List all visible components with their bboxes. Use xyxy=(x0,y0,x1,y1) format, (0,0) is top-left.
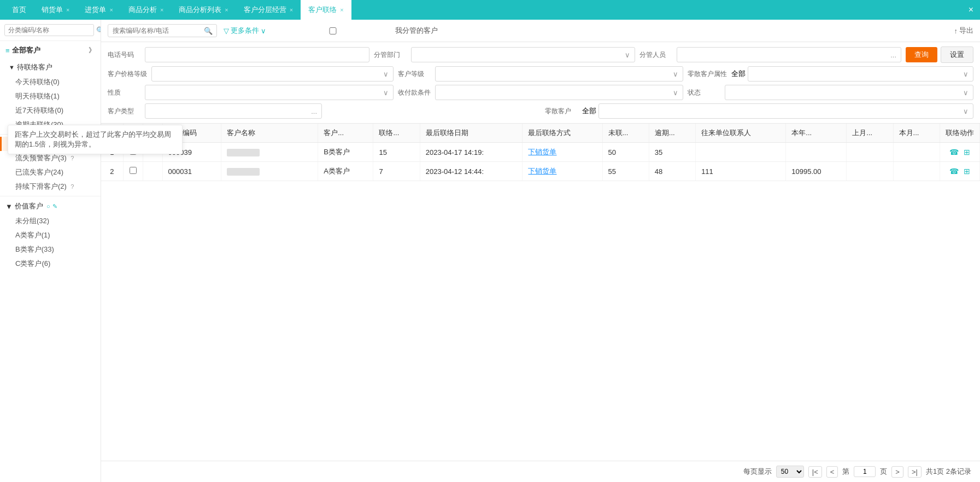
more-action-icon[interactable]: ⊞ xyxy=(964,167,970,176)
sidebar-item-today[interactable]: 今天待联络(0) xyxy=(0,75,101,89)
prev-page-button[interactable]: < xyxy=(826,466,838,478)
cell-last-contact-method[interactable]: 下销货单 xyxy=(523,143,602,162)
sidebar-item-a-class[interactable]: A类客户(1) xyxy=(0,228,101,242)
first-page-button[interactable]: |< xyxy=(808,466,822,478)
filter-customer-grade: 客户等级 ∨ xyxy=(398,66,684,82)
add-group-icon[interactable]: ○ xyxy=(46,203,50,210)
status-select[interactable]: ∨ xyxy=(725,85,973,100)
close-icon[interactable]: × xyxy=(340,7,343,13)
contact-method-link[interactable]: 下销货单 xyxy=(528,148,556,156)
col-header-actions: 联络动作 xyxy=(940,124,980,143)
action-buttons: 查询 设置 xyxy=(906,47,973,63)
manager-select[interactable]: ... xyxy=(677,47,901,62)
payment-select[interactable]: ∨ xyxy=(435,85,684,100)
table-footer: 每页显示 50 100 200 |< < 第 页 > >| 共1页 2条记录 xyxy=(101,461,980,482)
close-icon[interactable]: × xyxy=(160,7,163,13)
filter-icon: ▽ xyxy=(224,27,229,35)
search-input[interactable] xyxy=(108,24,217,37)
cell-last-contact-date: 2023-04-17 14:19: xyxy=(420,143,523,162)
cell-unread: 55 xyxy=(602,162,649,181)
col-header-contact[interactable]: 联络... xyxy=(373,124,420,143)
sidebar-pending-group-title[interactable]: ▼ 待联络客户 xyxy=(0,60,101,75)
chevron-down-icon: ... xyxy=(311,107,317,115)
nav-sales-order[interactable]: 销货单 × xyxy=(34,0,77,20)
chevron-down-icon: ∨ xyxy=(625,51,630,59)
sidebar-item-churned[interactable]: 已流失客户(24) xyxy=(0,165,101,179)
cell-name xyxy=(221,162,318,181)
nav-purchase-order[interactable]: 进货单 × xyxy=(77,0,120,20)
sidebar-all-customers[interactable]: ≡ 全部客户 》 xyxy=(0,41,101,60)
nav-product-analysis[interactable]: 商品分析 × xyxy=(121,0,171,20)
chevron-down-icon: ∨ xyxy=(383,89,389,97)
close-icon[interactable]: × xyxy=(66,7,69,13)
page-number-input[interactable] xyxy=(854,466,876,477)
cell-unit-contact: 111 xyxy=(696,162,786,181)
query-button[interactable]: 查询 xyxy=(906,47,937,62)
chevron-down-icon: ∨ xyxy=(673,89,678,97)
close-icon[interactable]: × xyxy=(290,7,293,13)
sidebar-item-7days[interactable]: 近7天待联络(0) xyxy=(0,103,101,118)
close-all-tabs[interactable]: × xyxy=(969,5,973,15)
branch-select[interactable]: ∨ xyxy=(411,47,636,62)
table-header-row: 序 ⚙ 客户编码 客户名称 客户... 联络... 最后联络日期 最后联络方式 … xyxy=(101,124,980,143)
page-size-select[interactable]: 50 100 200 xyxy=(776,466,804,478)
sidebar-search-input[interactable] xyxy=(4,24,94,36)
row-checkbox[interactable] xyxy=(130,167,137,174)
advanced-filter: 电话号码 分管部门 ∨ 分管人员 ... 查询 设置 xyxy=(101,42,980,124)
more-filter-button[interactable]: ▽ 更多条件 ∨ xyxy=(224,26,266,36)
my-customer-checkbox[interactable]: 我分管的客户 xyxy=(273,26,438,36)
sidebar-item-unclassified[interactable]: 未分组(32) xyxy=(0,214,101,228)
export-icon: ↑ xyxy=(954,27,958,35)
col-header-last-contact-date[interactable]: 最后联络日期 xyxy=(420,124,523,143)
phone-action-icon[interactable]: ☎ xyxy=(949,167,959,176)
col-header-this-month[interactable]: 本月... xyxy=(893,124,940,143)
nav-customer-contact[interactable]: 客户联络 × xyxy=(301,0,351,20)
sidebar-value-group-title[interactable]: ▼ 价值客户 ○ ✎ xyxy=(0,199,101,214)
close-icon[interactable]: × xyxy=(109,7,113,13)
settings-button[interactable]: 设置 xyxy=(941,47,973,63)
customer-grade-select[interactable]: ∨ xyxy=(435,66,684,82)
next-page-button[interactable]: > xyxy=(891,466,903,478)
col-header-name[interactable]: 客户名称 xyxy=(221,124,318,143)
nav-customer-tiered[interactable]: 客户分层经营 × xyxy=(236,0,301,20)
sidebar-item-c-class[interactable]: C类客户(6) xyxy=(0,257,101,271)
last-page-button[interactable]: >| xyxy=(908,466,922,478)
price-grade-select[interactable]: ∨ xyxy=(151,66,394,82)
col-header-category[interactable]: 客户... xyxy=(318,124,373,143)
filter-status: 状态 ∨ xyxy=(688,85,973,100)
contact-method-link[interactable]: 下销货单 xyxy=(528,167,556,175)
col-header-last-contact-method[interactable]: 最后联络方式 xyxy=(523,124,602,143)
phone-input[interactable] xyxy=(145,47,369,62)
customer-type-select[interactable]: ... xyxy=(145,103,322,119)
col-header-unread[interactable]: 未联... xyxy=(602,124,649,143)
col-header-this-year[interactable]: 本年... xyxy=(786,124,847,143)
cell-check[interactable] xyxy=(123,162,143,181)
sidebar-search-button[interactable]: 🔍 xyxy=(96,26,101,34)
search-icon[interactable]: 🔍 xyxy=(204,27,213,35)
sidebar-item-b-class[interactable]: B类客户(33) xyxy=(0,242,101,257)
help-icon[interactable]: ? xyxy=(71,155,74,161)
chevron-down-icon: ∨ xyxy=(383,70,389,78)
chevron-down-icon: ∨ xyxy=(673,70,678,78)
cell-overdue: 48 xyxy=(649,162,695,181)
my-customer-checkbox-input[interactable] xyxy=(273,27,393,34)
table-row: 2 000031 A类客户 7 2023-04-12 14:44: 下销货单 5… xyxy=(101,162,980,181)
retail-customer-select[interactable]: ∨ xyxy=(598,103,973,119)
table-body: 1 000039 B类客户 15 2023-04-17 14:19: 下销货单 … xyxy=(101,143,980,181)
retail-attr-select[interactable]: ∨ xyxy=(748,66,973,82)
sidebar-item-tomorrow[interactable]: 明天待联络(1) xyxy=(0,89,101,103)
col-header-overdue[interactable]: 逾期... xyxy=(649,124,695,143)
nav-home[interactable]: 首页 xyxy=(4,0,34,20)
col-header-unit-contact[interactable]: 往来单位联系人 xyxy=(696,124,786,143)
cell-last-contact-method[interactable]: 下销货单 xyxy=(523,162,602,181)
nav-product-analysis-list[interactable]: 商品分析列表 × xyxy=(171,0,236,20)
sidebar-item-declining[interactable]: 持续下滑客户(2) ? xyxy=(0,179,101,194)
col-header-last-month[interactable]: 上月... xyxy=(847,124,893,143)
help-icon[interactable]: ? xyxy=(71,183,74,190)
more-action-icon[interactable]: ⊞ xyxy=(964,148,970,156)
gender-select[interactable]: ∨ xyxy=(145,85,394,100)
phone-action-icon[interactable]: ☎ xyxy=(949,148,959,156)
close-icon[interactable]: × xyxy=(225,7,228,13)
export-button[interactable]: ↑ 导出 xyxy=(954,26,974,36)
edit-group-icon[interactable]: ✎ xyxy=(52,203,57,210)
